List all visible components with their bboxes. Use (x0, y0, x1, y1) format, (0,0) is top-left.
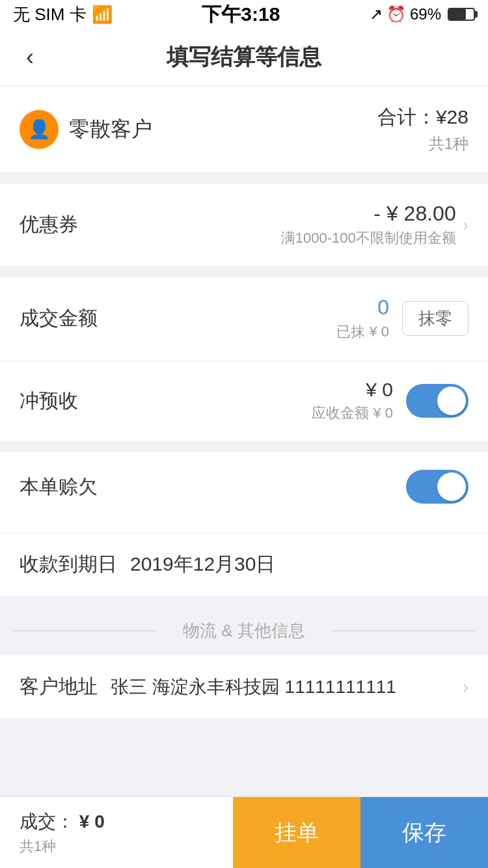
total-amount: 合计：¥28 (377, 104, 468, 131)
due-date-label: 收款到期日 (20, 551, 117, 578)
avatar-icon: 👤 (28, 118, 51, 140)
wifi-icon: 📶 (92, 5, 113, 25)
alarm-icon: ⏰ (386, 5, 406, 23)
page-title: 填写结算等信息 (167, 42, 321, 72)
prepay-row: 冲预收 ¥ 0 应收金额 ¥ 0 (0, 360, 488, 441)
transaction-value: 0 (377, 295, 389, 319)
customer-right: 合计：¥28 共1种 (377, 104, 468, 154)
divider-line-right (331, 631, 475, 631)
coupon-right: - ¥ 28.00 满1000-100不限制使用金额 › (281, 202, 468, 248)
customer-section: 👤 零散客户 合计：¥28 共1种 (0, 86, 488, 172)
customer-left: 👤 零散客户 (20, 110, 152, 149)
customer-name: 零散客户 (69, 115, 152, 144)
transaction-sub: 已抹 ¥ 0 (336, 322, 389, 342)
debt-label: 本单赊欠 (20, 474, 98, 500)
transaction-value-block: 0 已抹 ¥ 0 (336, 295, 389, 342)
back-button[interactable]: ‹ (20, 37, 40, 77)
prepay-value-block: ¥ 0 应收金额 ¥ 0 (312, 379, 393, 423)
address-row[interactable]: 客户地址 张三 海淀永丰科技园 11111111111 › (0, 655, 488, 718)
transaction-section: 成交金额 0 已抹 ¥ 0 抹零 冲预收 ¥ 0 应收金额 ¥ 0 (0, 277, 488, 441)
bottom-count: 共1种 (20, 837, 213, 856)
coupon-value-block: - ¥ 28.00 满1000-100不限制使用金额 (281, 202, 456, 248)
total-count: 共1种 (377, 133, 468, 154)
save-button[interactable]: 保存 (360, 797, 488, 869)
battery-percent: 69% (410, 5, 441, 23)
due-date-row: 收款到期日 2019年12月30日 (0, 532, 488, 596)
coupon-amount: - ¥ 28.00 (281, 202, 456, 226)
bottom-deal: 成交： ¥ 0 (20, 809, 213, 834)
hang-button[interactable]: 挂单 (233, 797, 360, 869)
transaction-label: 成交金额 (20, 305, 98, 332)
divider-line-left (13, 631, 157, 631)
nav-bar: ‹ 填写结算等信息 (0, 29, 488, 86)
logistics-divider: 物流 & 其他信息 (0, 606, 488, 655)
address-value: 张三 海淀永丰科技园 11111111111 (111, 675, 463, 699)
debt-row: 本单赊欠 (0, 452, 488, 522)
prepay-sub: 应收金额 ¥ 0 (312, 403, 393, 423)
status-bar: 无 SIM 卡 📶 下午3:18 ↗ ⏰ 69% (0, 0, 488, 29)
location-icon: ↗ (370, 5, 383, 23)
status-right: ↗ ⏰ 69% (370, 5, 475, 23)
carrier-text: 无 SIM 卡 (13, 3, 87, 26)
prepay-right: ¥ 0 应收金额 ¥ 0 (312, 379, 468, 423)
bottom-info: 成交： ¥ 0 共1种 (0, 809, 233, 856)
prepay-label: 冲预收 (20, 388, 78, 414)
logistics-label: 物流 & 其他信息 (183, 619, 305, 642)
coupon-section[interactable]: 优惠券 - ¥ 28.00 满1000-100不限制使用金额 › (0, 183, 488, 267)
round-off-button[interactable]: 抹零 (402, 301, 468, 336)
chevron-right-icon: › (463, 215, 468, 236)
address-chevron-icon: › (463, 677, 468, 698)
prepay-amount: ¥ 0 (312, 379, 393, 401)
avatar: 👤 (20, 110, 59, 149)
transaction-row: 成交金额 0 已抹 ¥ 0 抹零 (0, 277, 488, 360)
deal-amount: ¥ 0 (79, 811, 105, 832)
main-content: 👤 零散客户 合计：¥28 共1种 优惠券 - ¥ 28.00 满1000-10… (0, 86, 488, 807)
debt-toggle[interactable] (406, 470, 468, 504)
toggle-knob (437, 387, 466, 415)
bottom-bar: 成交： ¥ 0 共1种 挂单 保存 (0, 796, 488, 868)
status-time: 下午3:18 (202, 1, 280, 28)
address-label: 客户地址 (20, 673, 98, 700)
prepay-toggle[interactable] (406, 384, 468, 418)
coupon-description: 满1000-100不限制使用金额 (281, 228, 456, 248)
coupon-label: 优惠券 (20, 211, 78, 238)
debt-section: 本单赊欠 收款到期日 2019年12月30日 (0, 452, 488, 596)
status-left: 无 SIM 卡 📶 (13, 3, 113, 26)
transaction-right: 0 已抹 ¥ 0 抹零 (336, 295, 468, 342)
battery-icon (448, 8, 475, 21)
due-date-value: 2019年12月30日 (130, 551, 275, 578)
deal-label: 成交： (20, 811, 74, 832)
debt-toggle-knob (437, 472, 466, 501)
coupon-row[interactable]: 优惠券 - ¥ 28.00 满1000-100不限制使用金额 › (0, 183, 488, 267)
address-section[interactable]: 客户地址 张三 海淀永丰科技园 11111111111 › (0, 655, 488, 718)
